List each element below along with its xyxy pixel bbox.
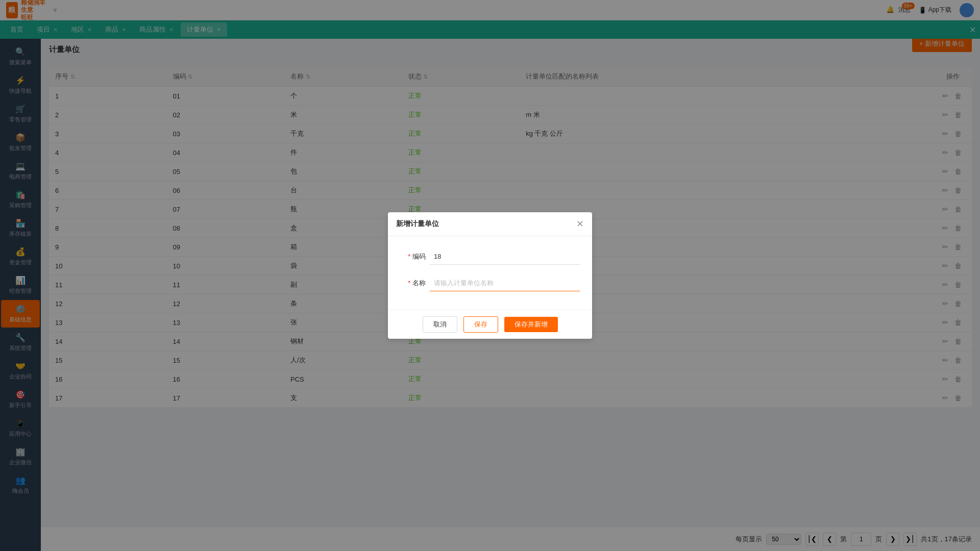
save-new-button[interactable]: 保存并新增 <box>504 317 558 332</box>
cancel-button[interactable]: 取消 <box>423 316 457 333</box>
add-unit-modal: 新增计量单位 ✕ 编码 名称 取消 保存 保存并新增 <box>388 212 592 339</box>
form-row-name: 名称 <box>400 275 580 291</box>
modal-header: 新增计量单位 ✕ <box>388 212 592 236</box>
modal-body: 编码 名称 <box>388 236 592 310</box>
save-button[interactable]: 保存 <box>463 316 498 333</box>
modal-title: 新增计量单位 <box>396 219 439 229</box>
modal-close-button[interactable]: ✕ <box>576 219 584 229</box>
name-input[interactable] <box>430 275 580 291</box>
code-label: 编码 <box>400 252 426 261</box>
name-label: 名称 <box>400 279 426 288</box>
modal-footer: 取消 保存 保存并新增 <box>388 310 592 339</box>
code-input[interactable] <box>430 248 580 265</box>
modal-overlay: 新增计量单位 ✕ 编码 名称 取消 保存 保存并新增 <box>0 0 980 551</box>
form-row-code: 编码 <box>400 248 580 265</box>
